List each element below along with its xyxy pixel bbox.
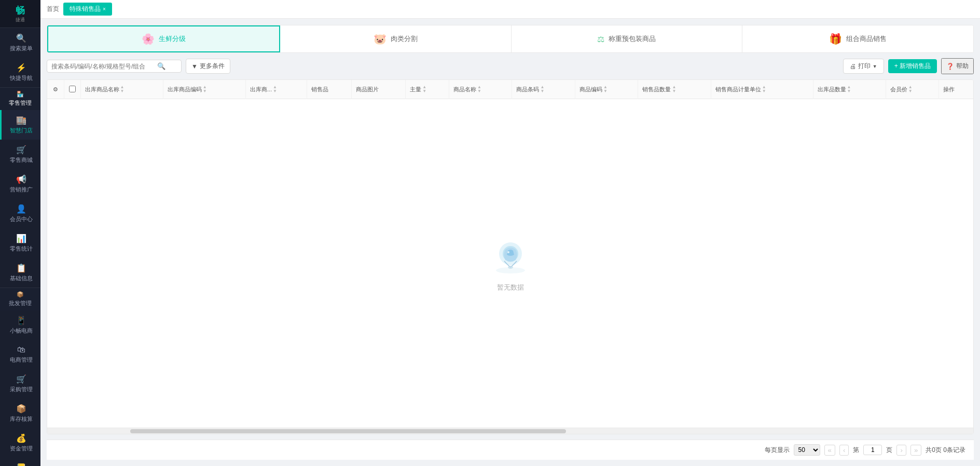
- empty-text: 暂无数据: [497, 283, 524, 292]
- member-icon: 👤: [16, 204, 26, 214]
- svg-point-4: [508, 266, 513, 269]
- svg-point-3: [507, 251, 509, 253]
- filter-button[interactable]: ▼ 更多条件: [186, 59, 230, 74]
- home-link[interactable]: 首页: [47, 5, 59, 13]
- col-checkbox[interactable]: [64, 80, 80, 99]
- tab-bar: 🌸 生鲜分级 🐷 肉类分割 ⚖ 称重预包装商品 🎁 组合商品销售: [47, 25, 974, 53]
- active-tab[interactable]: 特殊销售品 ×: [63, 3, 112, 16]
- sidebar-item-wholesale[interactable]: 📦 批发管理: [0, 287, 40, 310]
- sidebar-item-basicinfo[interactable]: 📋 基础信息: [0, 258, 40, 287]
- wholesale-icon: 📦: [17, 291, 24, 298]
- print-dropdown-icon: ▼: [873, 64, 877, 69]
- print-button[interactable]: 🖨 打印 ▼: [843, 59, 884, 74]
- tab-combo[interactable]: 🎁 组合商品销售: [742, 25, 973, 52]
- sidebar-item-retail[interactable]: 🏪 零售管理: [0, 87, 40, 110]
- ledger-icon: 📒: [16, 463, 26, 466]
- page-input[interactable]: [863, 445, 882, 455]
- col-salesitem: 销售品: [307, 80, 352, 99]
- col-weight: 主量 ▲▼: [406, 80, 449, 99]
- meat-tab-icon: 🐷: [374, 33, 387, 45]
- sidebar-item-ledger[interactable]: 📒 总账管理: [0, 458, 40, 466]
- next-page-button[interactable]: ›: [896, 445, 906, 456]
- sidebar: 畅 捷通 🔍 搜索菜单 ⚡ 快捷导航 🏪 零售管理 🏬 智慧门店 🛒 零售商城 …: [0, 0, 40, 466]
- empty-state: 暂无数据: [47, 99, 973, 428]
- main-content: 首页 特殊销售品 × 🌸 生鲜分级 🐷 肉类分割 ⚖ 称重预包装商品 🎁 组合商…: [40, 0, 980, 466]
- mall-icon: 🛒: [16, 145, 26, 155]
- retail-icon: 🏪: [17, 91, 24, 98]
- inventory-icon: 📦: [16, 404, 26, 414]
- page-label: 第: [853, 446, 859, 455]
- col-memberprice: 会员价 ▲▼: [886, 80, 939, 99]
- search-box: 🔍: [47, 60, 182, 73]
- stat-icon: 📊: [16, 234, 26, 243]
- filter-icon: ▼: [191, 63, 198, 70]
- sidebar-item-inventory[interactable]: 📦 库存核算: [0, 399, 40, 428]
- finance-icon: 💰: [16, 433, 26, 443]
- tab-fresh[interactable]: 🌸 生鲜分级: [47, 25, 280, 52]
- combo-tab-icon: 🎁: [829, 33, 842, 45]
- col-action: 操作: [939, 80, 973, 99]
- help-button[interactable]: ❓ 帮助: [941, 58, 974, 74]
- sidebar-item-minishop[interactable]: 📱 小畅电商: [0, 310, 40, 340]
- col-salesunit: 销售商品计量单位 ▲▼: [711, 80, 813, 99]
- per-page-label: 每页显示: [765, 446, 790, 455]
- sidebar-item-quicknav[interactable]: ⚡ 快捷导航: [0, 58, 40, 87]
- col-outspec: 出库商... ▲▼: [245, 80, 307, 99]
- phone-icon: 📱: [16, 316, 26, 325]
- toolbar: 🔍 ▼ 更多条件 🖨 打印 ▼ + 新增销售品 ❓ 帮助: [47, 58, 974, 74]
- toolbar-right: 🖨 打印 ▼ + 新增销售品 ❓ 帮助: [843, 58, 974, 74]
- toolbar-left: 🔍 ▼ 更多条件: [47, 59, 230, 74]
- help-icon: ❓: [946, 63, 954, 70]
- select-all-checkbox[interactable]: [69, 86, 76, 92]
- last-page-button[interactable]: »: [910, 445, 921, 456]
- marketing-icon: 📢: [16, 174, 26, 184]
- col-outqty: 出库品数量 ▲▼: [813, 80, 886, 99]
- scrollbar-thumb[interactable]: [130, 429, 566, 433]
- printer-icon: 🖨: [850, 63, 856, 70]
- pagination: 每页显示 50 10 20 100 « ‹ 第 页 › » 共0页 0条记录: [47, 440, 974, 460]
- topnav: 首页 特殊销售品 ×: [40, 0, 980, 19]
- empty-illustration: [490, 235, 531, 277]
- sidebar-item-marketing[interactable]: 📢 营销推广: [0, 169, 40, 199]
- sidebar-item-purchase[interactable]: 🛒 采购管理: [0, 369, 40, 399]
- col-itemcode: 商品编码 ▲▼: [575, 80, 638, 99]
- col-outcode: 出库商品编码 ▲▼: [163, 80, 245, 99]
- settings-col-icon: ⚙: [53, 86, 58, 92]
- sidebar-item-ecommerce[interactable]: 🛍 电商管理: [0, 340, 40, 369]
- close-tab-button[interactable]: ×: [103, 6, 106, 12]
- sidebar-item-smartstore[interactable]: 🏬 智慧门店: [0, 110, 40, 140]
- prev-page-button[interactable]: ‹: [839, 445, 849, 456]
- col-settings[interactable]: ⚙: [47, 80, 64, 99]
- col-name: 商品名称 ▲▼: [449, 80, 512, 99]
- first-page-button[interactable]: «: [824, 445, 835, 456]
- search-input[interactable]: [51, 63, 155, 70]
- sidebar-item-member[interactable]: 👤 会员中心: [0, 199, 40, 228]
- sidebar-item-retailmall[interactable]: 🛒 零售商城: [0, 140, 40, 169]
- total-info: 共0页 0条记录: [926, 446, 965, 455]
- lightning-icon: ⚡: [16, 63, 26, 73]
- tab-meat[interactable]: 🐷 肉类分割: [280, 25, 512, 52]
- search-icon[interactable]: 🔍: [157, 62, 165, 70]
- sidebar-item-search[interactable]: 🔍 搜索菜单: [0, 28, 40, 58]
- page-unit: 页: [886, 446, 892, 455]
- sidebar-item-retailstat[interactable]: 📊 零售统计: [0, 228, 40, 258]
- data-table: ⚙ 出库商品名称 ▲▼ 出库: [47, 80, 973, 99]
- table-container: ⚙ 出库商品名称 ▲▼ 出库: [47, 79, 974, 434]
- store-icon: 🏬: [16, 115, 26, 125]
- per-page-select[interactable]: 50 10 20 100: [794, 444, 820, 456]
- tab-weigh[interactable]: ⚖ 称重预包装商品: [512, 25, 743, 52]
- col-image: 商品图片: [351, 80, 405, 99]
- horizontal-scrollbar[interactable]: [47, 428, 973, 434]
- info-icon: 📋: [16, 263, 26, 273]
- col-outname: 出库商品名称 ▲▼: [80, 80, 163, 99]
- search-icon: 🔍: [16, 33, 26, 43]
- col-salesqty: 销售品数量 ▲▼: [638, 80, 711, 99]
- purchase-icon: 🛒: [16, 374, 26, 384]
- sidebar-logo: 畅 捷通: [0, 0, 40, 28]
- page-content: 🌸 生鲜分级 🐷 肉类分割 ⚖ 称重预包装商品 🎁 组合商品销售 🔍: [40, 19, 980, 466]
- fresh-tab-icon: 🌸: [142, 33, 155, 45]
- weigh-tab-icon: ⚖: [597, 34, 604, 44]
- sidebar-item-finance[interactable]: 💰 资金管理: [0, 428, 40, 458]
- ecommerce-icon: 🛍: [17, 345, 25, 354]
- add-sales-item-button[interactable]: + 新增销售品: [888, 59, 937, 73]
